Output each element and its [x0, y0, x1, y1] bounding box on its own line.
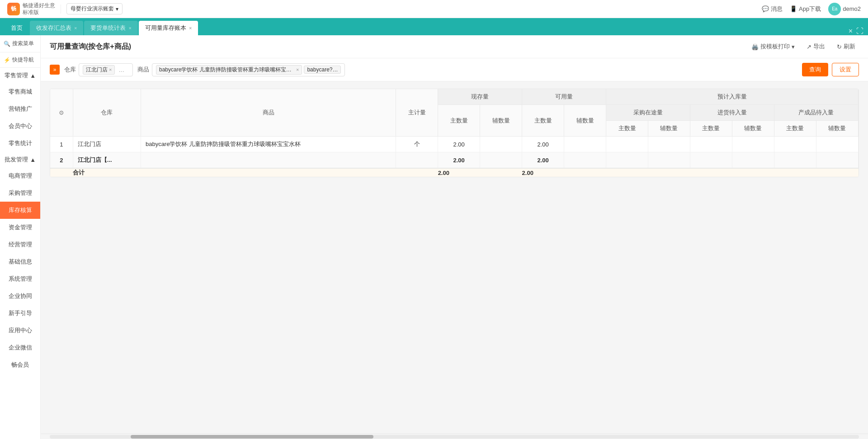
- gear-icon[interactable]: ⚙: [59, 109, 64, 116]
- goods-filter-group: 商品 babycare学饮杯 儿童防摔防撞吸管杯重力球吸嘴杯宝宝水杯 × bab…: [137, 63, 345, 76]
- tab-receive-send[interactable]: 收发存汇总表 ×: [30, 21, 83, 35]
- user-avatar[interactable]: Ea demo2: [828, 3, 861, 15]
- retail-mall-label: 零售商城: [9, 88, 32, 96]
- warehouse-dots[interactable]: …: [117, 66, 126, 73]
- tab-order-stats[interactable]: 要货单统计表 ×: [84, 21, 137, 35]
- enterprise-label: 企业协同: [9, 292, 32, 300]
- ops-label: 经营管理: [9, 241, 32, 249]
- sidebar-item-wechat[interactable]: 企业微信: [0, 339, 40, 356]
- sidebar-search-label: 搜索菜单: [12, 40, 34, 47]
- tab-home[interactable]: 首页: [5, 21, 29, 35]
- tab-available-ledger-label: 可用量库存账本: [145, 24, 186, 32]
- col-purchase-transit: 采购在途量: [606, 105, 690, 121]
- sidebar-item-retail-stats[interactable]: 零售统计: [0, 135, 40, 152]
- tab-order-stats-close[interactable]: ×: [128, 25, 131, 31]
- sidebar-item-marketing[interactable]: 营销推广: [0, 100, 40, 118]
- user-name: demo2: [843, 5, 861, 12]
- content-area: 可用量查询(按仓库+商品) 🖨️ 按模板打印 ▾ ↗ 导出 ↻ 刷新 »: [41, 35, 868, 439]
- main-layout: 🔍 搜索菜单 ⚡ 快捷导航 零售管理 ▲ 零售商城 营销推广 会员中心 零售统计…: [0, 35, 868, 439]
- search-icon: 🔍: [4, 41, 10, 47]
- row-pt-aux: [648, 137, 690, 152]
- sidebar-quick-nav[interactable]: ⚡ 快捷导航: [0, 52, 40, 68]
- tab-receive-send-label: 收发存汇总表: [36, 24, 71, 32]
- sidebar-item-appcenter[interactable]: 应用中心: [0, 322, 40, 339]
- goods-filter-label: 商品: [137, 66, 149, 74]
- col-current-stock: 现存量: [438, 89, 522, 105]
- sidebar-item-enterprise[interactable]: 企业协同: [0, 288, 40, 305]
- sidebar-item-finance[interactable]: 资金管理: [0, 219, 40, 236]
- sidebar-item-purchase[interactable]: 采购管理: [0, 184, 40, 202]
- sidebar-search[interactable]: 🔍 搜索菜单: [0, 35, 40, 52]
- footer-label: 合计: [73, 168, 141, 177]
- system-label: 系统管理: [9, 275, 32, 283]
- wechat-label: 企业微信: [9, 344, 32, 352]
- retail-mgmt-label: 零售管理: [5, 71, 28, 80]
- warehouse-tag-remove[interactable]: ×: [109, 67, 112, 72]
- goods-tag-2[interactable]: babycare?…: [304, 66, 341, 74]
- industry-select[interactable]: 母婴行业演示账套 ▾: [66, 3, 123, 14]
- goods-tag-1-remove[interactable]: ×: [296, 67, 299, 72]
- col-pp-main: 主数量: [690, 121, 732, 137]
- subtotal-stock-aux: [480, 152, 522, 169]
- sidebar-item-inventory[interactable]: 库存核算: [0, 202, 40, 219]
- tab-available-ledger[interactable]: 可用量库存账本 ×: [139, 21, 198, 35]
- sidebar-item-member[interactable]: 畅会员: [0, 356, 40, 373]
- col-pp-aux: 辅数量: [732, 121, 774, 137]
- warehouse-filter-group: 仓库 江北门店 × …: [64, 63, 133, 76]
- sidebar-item-ops[interactable]: 经营管理: [0, 236, 40, 253]
- sidebar: 🔍 搜索菜单 ⚡ 快捷导航 零售管理 ▲ 零售商城 营销推广 会员中心 零售统计…: [0, 35, 41, 439]
- refresh-label: 刷新: [844, 42, 855, 51]
- data-table: ⚙ 仓库 商品 主计量 现存量 可用量 预计入库量 主数量 辅数量: [50, 89, 859, 177]
- footer-pt-main: [606, 168, 648, 177]
- sidebar-item-guide[interactable]: 新手引导: [0, 305, 40, 322]
- subtotal-pp-main: [690, 152, 732, 169]
- warehouse-tags[interactable]: 江北门店 × …: [79, 63, 133, 76]
- close-all-btn[interactable]: ×: [849, 27, 853, 35]
- scroll-thumb[interactable]: [131, 435, 373, 439]
- print-btn[interactable]: 🖨️ 按模板打印 ▾: [748, 41, 798, 52]
- tab-available-ledger-close[interactable]: ×: [189, 25, 192, 31]
- sidebar-item-retail-mgmt[interactable]: 零售管理 ▲: [0, 68, 40, 83]
- footer-pp-aux: [732, 168, 774, 177]
- sidebar-item-member-center[interactable]: 会员中心: [0, 118, 40, 135]
- subtotal-index: 2: [50, 152, 73, 169]
- tab-receive-send-close[interactable]: ×: [74, 25, 77, 31]
- sidebar-item-wholesale-mgmt[interactable]: 批发管理 ▲: [0, 152, 40, 167]
- footer-unit: [396, 168, 438, 177]
- export-btn[interactable]: ↗ 导出: [803, 41, 829, 52]
- row-avail-main: 2.00: [522, 137, 564, 152]
- warehouse-tag-label: 江北门店: [86, 66, 108, 74]
- expand-filter-btn[interactable]: »: [50, 65, 60, 75]
- goods-tag-1[interactable]: babycare学饮杯 儿童防摔防撞吸管杯重力球吸嘴杯宝宝水杯 ×: [156, 65, 302, 75]
- top-bar-left: 畅 畅捷通好生意 标准版 母婴行业演示账套 ▾: [7, 2, 123, 15]
- table-area: ⚙ 仓库 商品 主计量 现存量 可用量 预计入库量 主数量 辅数量: [41, 81, 868, 434]
- settings-button[interactable]: 设置: [832, 63, 859, 76]
- sidebar-item-ecommerce[interactable]: 电商管理: [0, 167, 40, 184]
- message-btn[interactable]: 💬 消息: [762, 5, 783, 13]
- row-avail-aux: [564, 137, 606, 152]
- sidebar-item-basic[interactable]: 基础信息: [0, 253, 40, 270]
- app-download-btn[interactable]: 📱 App下载: [790, 5, 821, 13]
- col-product-pending: 产成品待入量: [774, 105, 858, 121]
- row-stock-aux: [480, 137, 522, 152]
- lightning-icon: ⚡: [4, 57, 10, 63]
- retail-stats-label: 零售统计: [9, 139, 32, 147]
- sidebar-item-retail-mall[interactable]: 零售商城: [0, 83, 40, 100]
- mobile-icon: 📱: [790, 5, 797, 12]
- subtotal-unit: [396, 152, 438, 169]
- page-actions: 🖨️ 按模板打印 ▾ ↗ 导出 ↻ 刷新: [748, 41, 859, 52]
- subtotal-avail-aux: [564, 152, 606, 169]
- goods-tags[interactable]: babycare学饮杯 儿童防摔防撞吸管杯重力球吸嘴杯宝宝水杯 × babyca…: [152, 63, 345, 76]
- refresh-btn[interactable]: ↻ 刷新: [833, 41, 859, 52]
- query-button[interactable]: 查询: [802, 63, 828, 76]
- expand-btn[interactable]: ⛶: [856, 27, 863, 35]
- nav-tabs: 首页 收发存汇总表 × 要货单统计表 × 可用量库存账本 × × ⛶: [0, 18, 868, 35]
- member-label: 畅会员: [11, 361, 29, 369]
- subtotal-goods: [141, 152, 396, 169]
- col-gear: ⚙: [50, 89, 73, 137]
- warehouse-tag-jiangbei[interactable]: 江北门店 ×: [83, 65, 115, 75]
- sidebar-item-system[interactable]: 系统管理: [0, 270, 40, 288]
- tab-home-label: 首页: [11, 24, 23, 32]
- wholesale-mgmt-label: 批发管理: [5, 156, 28, 164]
- col-stock-main: 主数量: [438, 105, 480, 137]
